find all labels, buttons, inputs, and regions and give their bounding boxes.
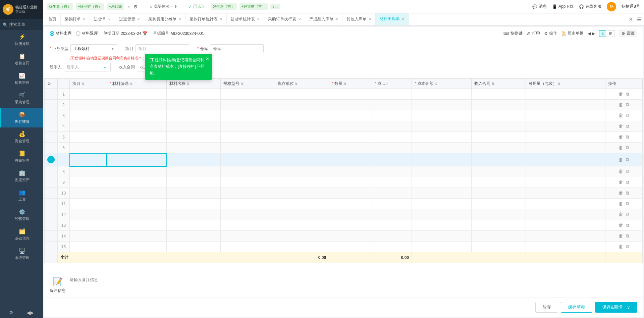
delete-row-btn[interactable]: 🗑	[619, 113, 623, 118]
online-service-btn[interactable]: 🎧 在线客服	[579, 4, 601, 9]
sidebar-item-finance[interactable]: 💰 资金管理	[0, 127, 43, 147]
notes-input[interactable]	[70, 277, 637, 290]
sort-unit-icon[interactable]: ⇅	[295, 82, 298, 86]
page-settings-btn[interactable]: ⚙ 设置	[619, 30, 637, 37]
sidebar-item-sales[interactable]: 📈 销售管理	[0, 69, 43, 89]
delete-row-btn[interactable]: 🗑	[619, 134, 623, 140]
sidebar-item-system[interactable]: 🖥️ 系统管理	[0, 244, 43, 264]
tab-in-stats[interactable]: 进货单统计表 ✕	[227, 13, 264, 25]
sidebar-item-ops[interactable]: ⚙️ 经营管理	[0, 205, 43, 225]
delete-row-btn[interactable]: 🗑	[619, 212, 623, 217]
tab-close-in-stats[interactable]: ✕	[257, 17, 260, 21]
print-btn[interactable]: 🖨 打印	[527, 31, 540, 36]
tab-close-purchase-expense[interactable]: ✕	[178, 17, 181, 21]
prev-doc-btn[interactable]: ◀	[588, 31, 591, 36]
copy-row-btn[interactable]: ⧉	[626, 212, 629, 217]
copy-row-btn[interactable]: ⧉	[626, 222, 629, 228]
operation-btn[interactable]: ⚙ 操作	[544, 31, 557, 36]
tab-purchase-stats[interactable]: 采购订单统计表 ✕	[185, 13, 227, 25]
copy-row-btn[interactable]: ⧉	[626, 157, 629, 162]
save-new-btn[interactable]: 保存&新增 ∨	[595, 302, 637, 313]
sidebar-item-accounting[interactable]: 📒 总账管理	[0, 147, 43, 166]
tab-close-purchase-in[interactable]: ✕	[108, 17, 111, 21]
tag-business2[interactable]: 好生意（首）	[211, 3, 237, 10]
delete-row-btn[interactable]: 🗑	[619, 190, 623, 196]
tag-financial2[interactable]: +好业财（首）	[239, 3, 268, 10]
copy-row-btn[interactable]: ⧉	[626, 123, 629, 129]
tab-close-purchase-return[interactable]: ✕	[137, 17, 140, 21]
biz-type-select[interactable]: 工程领料 ▼	[70, 44, 117, 53]
tag-agent[interactable]: +易代账	[107, 3, 124, 10]
tab-close-purchase-order[interactable]: ✕	[83, 17, 86, 21]
delete-row-btn[interactable]: 🗑	[619, 123, 623, 129]
sort-project-icon[interactable]: ⇅	[82, 82, 84, 86]
delete-row-btn[interactable]: 🗑	[619, 233, 623, 238]
settings-gear-icon[interactable]: ⚙	[9, 310, 13, 315]
delete-row-btn[interactable]: 🗑	[619, 102, 623, 107]
save-new-caret-icon[interactable]: ∨	[624, 305, 630, 310]
list-view-btn[interactable]: ≡	[599, 30, 606, 37]
tab-purchase-return[interactable]: 进退货货 ✕	[115, 13, 144, 25]
next-doc-btn[interactable]: ▶	[592, 31, 595, 36]
shortcut-key-btn[interactable]: ⌨ 快捷键	[503, 31, 523, 36]
copy-row-btn[interactable]: ⧉	[626, 201, 629, 206]
tag-more[interactable]: +…	[270, 4, 280, 9]
tab-material-out[interactable]: 材料出库单 ✕	[376, 13, 409, 25]
delete-row-btn[interactable]: 🗑	[619, 157, 623, 162]
tab-purchase-in[interactable]: 进货单 ✕	[90, 13, 115, 25]
radio-material-out[interactable]: 材料出库	[50, 31, 72, 36]
copy-row-btn[interactable]: ⧉	[626, 113, 629, 118]
more-tabs-btn[interactable]: ☰	[636, 15, 643, 23]
radio-material-return[interactable]: 材料退库	[76, 31, 98, 36]
tag-financial[interactable]: +好业财（首）	[76, 3, 104, 10]
user-avatar[interactable]: 畅	[607, 2, 616, 11]
tab-other-in[interactable]: 其他入库单 ✕	[342, 13, 376, 25]
tab-close-po-execution[interactable]: ✕	[298, 17, 301, 21]
app-download-btn[interactable]: 📱 App下载	[552, 4, 574, 9]
copy-row-btn[interactable]: ⧉	[626, 145, 629, 150]
sidebar-item-shortcut[interactable]: ⚡ 快捷导航	[0, 30, 43, 50]
sort-code-icon[interactable]: ⇅	[129, 82, 132, 86]
tab-home[interactable]: 首页	[44, 13, 61, 25]
tooltip-close-btn[interactable]: ✕	[206, 56, 209, 63]
sidebar-search[interactable]: 🔍 搜索菜单	[0, 19, 43, 30]
sort-amount-icon[interactable]: ⇅	[434, 82, 437, 86]
sort-name-icon[interactable]: ⇅	[186, 82, 189, 86]
tab-close-purchase-stats[interactable]: ✕	[220, 17, 222, 21]
sort-qty-icon[interactable]: ⇅	[344, 82, 346, 86]
tab-close-finished-in[interactable]: ✕	[335, 17, 338, 21]
info-cost-icon[interactable]: ℹ	[386, 82, 388, 86]
copy-row-btn[interactable]: ⧉	[626, 190, 629, 196]
copy-row-btn[interactable]: ⧉	[626, 169, 629, 174]
tab-po-execution[interactable]: 采购订单执行表 ✕	[264, 13, 305, 25]
collapse-icon[interactable]: ◀▶	[26, 310, 34, 315]
add-row-btn[interactable]: +	[47, 156, 55, 163]
delete-row-btn[interactable]: 🗑	[619, 91, 623, 97]
tab-close-other-in[interactable]: ✕	[369, 17, 371, 21]
close-tab-btn[interactable]: ✕	[628, 15, 634, 23]
copy-row-btn[interactable]: ⧉	[626, 134, 629, 140]
calendar-icon[interactable]: 📅	[143, 31, 148, 36]
sidebar-item-purchase[interactable]: 🛒 采购管理	[0, 89, 43, 108]
tab-purchase-expense[interactable]: 采购费用分摊单 ✕	[144, 13, 185, 25]
copy-row-btn[interactable]: ⧉	[626, 244, 629, 249]
copy-row-btn[interactable]: ⧉	[626, 233, 629, 238]
copy-row-btn[interactable]: ⧉	[626, 102, 629, 107]
project-select[interactable]: 项目 ···	[136, 44, 189, 53]
handler-select[interactable]: 经手人 ···	[64, 63, 111, 71]
table-settings-col[interactable]: ⚙	[45, 79, 58, 89]
sidebar-item-hr[interactable]: 👥 工资	[0, 186, 43, 205]
delete-row-btn[interactable]: 🗑	[619, 201, 623, 206]
delete-row-btn[interactable]: 🗑	[619, 179, 623, 185]
message-btn[interactable]: 💬 消息	[532, 4, 547, 9]
copy-row-btn[interactable]: ⧉	[626, 179, 629, 185]
tag-business[interactable]: 好生意（首）	[47, 3, 73, 10]
topbar-gear-icon[interactable]: ⚙	[133, 4, 138, 9]
sort-avail-icon[interactable]: ⇅	[558, 82, 560, 86]
sidebar-item-inventory[interactable]: 📦 库存核算	[0, 108, 43, 127]
sort-income-icon[interactable]: ⇅	[492, 82, 494, 86]
sort-spec-icon[interactable]: ⇅	[241, 82, 244, 86]
tab-finished-in[interactable]: 产成品入库单 ✕	[305, 13, 342, 25]
discard-btn[interactable]: 放弃	[535, 302, 558, 313]
grid-view-btn[interactable]: ⊞	[607, 30, 615, 37]
